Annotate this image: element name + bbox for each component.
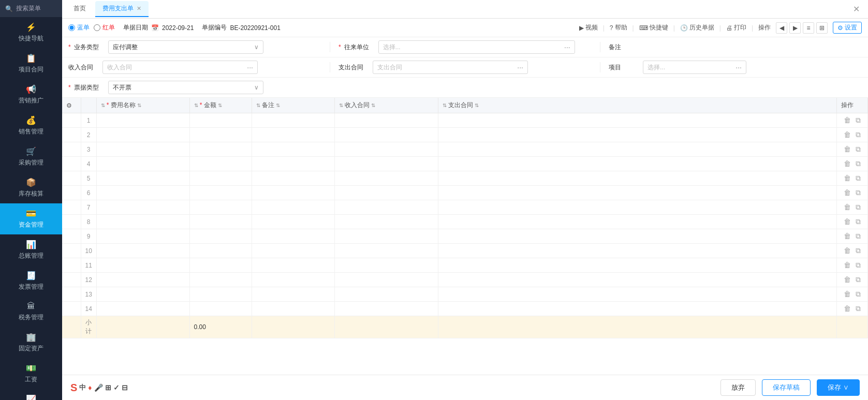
- row-expense-contract-cell[interactable]: [438, 128, 837, 142]
- set-button[interactable]: ⚙ 设置: [833, 22, 862, 34]
- discard-button[interactable]: 放弃: [720, 379, 756, 396]
- row-amount-cell[interactable]: [189, 258, 252, 273]
- row-copy-icon[interactable]: ⧉: [856, 188, 861, 197]
- row-amount-cell[interactable]: [189, 186, 252, 200]
- row-expense-name-cell[interactable]: [96, 244, 189, 258]
- row-amount-cell[interactable]: [189, 215, 252, 229]
- sidebar-item-account-mgmt[interactable]: 📊 总账管理: [0, 234, 62, 265]
- row-delete-icon[interactable]: 🗑: [844, 174, 851, 182]
- col-expense-name-header[interactable]: ⇅ * 费用名称 ⇅: [96, 98, 189, 113]
- row-note-cell[interactable]: [252, 128, 334, 142]
- sidebar-item-quick-nav[interactable]: ⚡ 快捷导航: [0, 17, 62, 48]
- sidebar-item-marketing[interactable]: 📢 营销推广: [0, 79, 62, 110]
- row-income-contract-cell[interactable]: [334, 186, 438, 200]
- row-amount-cell[interactable]: [189, 113, 252, 128]
- row-amount-cell[interactable]: [189, 287, 252, 302]
- row-amount-cell[interactable]: [189, 302, 252, 316]
- nav-next-button[interactable]: ▶: [789, 22, 801, 34]
- tab-close-expense-bill[interactable]: ✕: [137, 5, 141, 12]
- row-income-contract-cell[interactable]: [334, 287, 438, 302]
- row-expense-contract-cell[interactable]: [438, 287, 837, 302]
- row-delete-icon[interactable]: 🗑: [844, 232, 851, 240]
- row-expense-contract-cell[interactable]: [438, 244, 837, 258]
- row-note-cell[interactable]: [252, 186, 334, 200]
- row-expense-contract-cell[interactable]: [438, 229, 837, 244]
- row-note-cell[interactable]: [252, 273, 334, 287]
- row-copy-icon[interactable]: ⧉: [856, 246, 861, 255]
- save-draft-button[interactable]: 保存草稿: [762, 379, 811, 396]
- row-delete-icon[interactable]: 🗑: [844, 217, 851, 226]
- row-copy-icon[interactable]: ⧉: [856, 304, 861, 313]
- window-close-button[interactable]: ✕: [849, 4, 864, 14]
- row-income-contract-cell[interactable]: [334, 113, 438, 128]
- row-copy-icon[interactable]: ⧉: [856, 203, 861, 211]
- sidebar-item-fixed-assets[interactable]: 🏢 固定资产: [0, 327, 62, 358]
- red-bill-radio[interactable]: 红单: [94, 23, 115, 32]
- row-copy-icon[interactable]: ⧉: [856, 275, 861, 284]
- row-expense-contract-cell[interactable]: [438, 157, 837, 171]
- calendar-icon[interactable]: 📅: [151, 24, 159, 32]
- sidebar-item-inventory[interactable]: 📦 库存核算: [0, 172, 62, 203]
- row-delete-icon[interactable]: 🗑: [844, 130, 851, 139]
- operations-button[interactable]: 操作: [758, 23, 771, 32]
- row-note-cell[interactable]: [252, 142, 334, 157]
- row-copy-icon[interactable]: ⧉: [856, 217, 861, 226]
- row-expense-name-cell[interactable]: [96, 128, 189, 142]
- row-note-cell[interactable]: [252, 215, 334, 229]
- shortcut-button[interactable]: ⌨ 快捷键: [639, 23, 668, 32]
- row-delete-icon[interactable]: 🗑: [844, 116, 851, 124]
- project-input[interactable]: 选择... ···: [643, 61, 746, 74]
- row-amount-cell[interactable]: [189, 244, 252, 258]
- sidebar-item-fund-mgmt[interactable]: 💳 资金管理: [0, 203, 62, 234]
- row-expense-contract-cell[interactable]: [438, 258, 837, 273]
- row-note-cell[interactable]: [252, 113, 334, 128]
- row-income-contract-cell[interactable]: [334, 157, 438, 171]
- row-note-cell[interactable]: [252, 258, 334, 273]
- col-expense-contract-header[interactable]: ⇅ 支出合同 ⇅: [438, 98, 837, 113]
- row-income-contract-cell[interactable]: [334, 128, 438, 142]
- row-expense-name-cell[interactable]: [96, 273, 189, 287]
- row-amount-cell[interactable]: [189, 273, 252, 287]
- row-expense-name-cell[interactable]: [96, 302, 189, 316]
- video-button[interactable]: ▶ 视频: [579, 23, 598, 32]
- row-note-cell[interactable]: [252, 302, 334, 316]
- row-expense-name-cell[interactable]: [96, 258, 189, 273]
- row-note-cell[interactable]: [252, 157, 334, 171]
- row-expense-contract-cell[interactable]: [438, 302, 837, 316]
- row-income-contract-cell[interactable]: [334, 229, 438, 244]
- invoice-type-input[interactable]: 不开票 ∨: [108, 81, 263, 94]
- row-delete-icon[interactable]: 🗑: [844, 145, 851, 153]
- sidebar-item-salary[interactable]: 💵 工资: [0, 358, 62, 389]
- row-note-cell[interactable]: [252, 244, 334, 258]
- history-button[interactable]: 🕒 历史单据: [680, 23, 714, 32]
- sidebar-search[interactable]: 🔍 搜索菜单: [0, 0, 62, 17]
- row-expense-name-cell[interactable]: [96, 215, 189, 229]
- sidebar-item-invoice-mgmt[interactable]: 🧾 发票管理: [0, 265, 62, 297]
- row-income-contract-cell[interactable]: [334, 302, 438, 316]
- row-amount-cell[interactable]: [189, 128, 252, 142]
- row-note-cell[interactable]: [252, 200, 334, 215]
- col-note-header[interactable]: ⇅ 备注 ⇅: [252, 98, 334, 113]
- row-copy-icon[interactable]: ⧉: [856, 232, 861, 240]
- row-copy-icon[interactable]: ⧉: [856, 130, 861, 139]
- col-amount-header[interactable]: ⇅ * 金额 ⇅: [189, 98, 252, 113]
- row-amount-cell[interactable]: [189, 229, 252, 244]
- view-list-button[interactable]: ≡: [803, 22, 814, 34]
- row-expense-name-cell[interactable]: [96, 157, 189, 171]
- row-amount-cell[interactable]: [189, 200, 252, 215]
- row-expense-contract-cell[interactable]: [438, 171, 837, 186]
- tab-expense-bill[interactable]: 费用支出单 ✕: [95, 1, 149, 17]
- row-expense-name-cell[interactable]: [96, 186, 189, 200]
- row-note-cell[interactable]: [252, 229, 334, 244]
- row-copy-icon[interactable]: ⧉: [856, 261, 861, 269]
- row-amount-cell[interactable]: [189, 142, 252, 157]
- sidebar-item-tax-mgmt[interactable]: 🏛 税务管理: [0, 297, 62, 327]
- row-delete-icon[interactable]: 🗑: [844, 275, 851, 284]
- tab-home[interactable]: 首页: [66, 1, 93, 17]
- view-grid-button[interactable]: ⊞: [816, 22, 828, 34]
- business-type-input[interactable]: 应付调整 ∨: [108, 40, 263, 54]
- date-value[interactable]: 2022-09-21: [162, 24, 194, 32]
- row-delete-icon[interactable]: 🗑: [844, 246, 851, 255]
- row-note-cell[interactable]: [252, 171, 334, 186]
- row-delete-icon[interactable]: 🗑: [844, 188, 851, 197]
